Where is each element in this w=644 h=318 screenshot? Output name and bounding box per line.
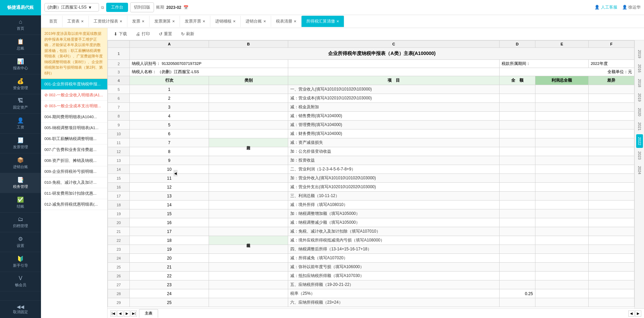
- cell-xiangmu[interactable]: 减：营业成本(填写A102010\102020\103000): [288, 94, 499, 103]
- company-selector[interactable]: (勿删）江西服宝-LSS ▼: [44, 3, 99, 12]
- cell-quane[interactable]: [499, 103, 535, 112]
- panel-item-005[interactable]: 005-纳税调整项目明细表(A1...: [41, 123, 107, 134]
- cell-lirun[interactable]: [535, 218, 588, 227]
- cell-lirun[interactable]: [535, 129, 588, 138]
- cell-xingci[interactable]: 5: [130, 121, 209, 129]
- tab-invoice[interactable]: 发票✕: [127, 16, 150, 27]
- cell-xingci[interactable]: 2: [130, 94, 209, 103]
- cell-chay[interactable]: [588, 85, 634, 94]
- cell-quane[interactable]: [499, 192, 535, 201]
- tab-payroll[interactable]: 工资表✕: [62, 16, 89, 27]
- cell-xingci[interactable]: 17: [130, 227, 209, 236]
- panel-item-007[interactable]: 007-广告费和业务宣传费超...: [41, 144, 107, 155]
- cell-xingci[interactable]: 16: [130, 218, 209, 227]
- cell-quane[interactable]: [499, 245, 535, 254]
- panel-collapse-button[interactable]: ◀: [173, 170, 178, 176]
- download-button[interactable]: ⬇ 下载: [112, 30, 129, 38]
- year-nav-2019[interactable]: 2019: [636, 91, 643, 104]
- cell-quane[interactable]: [499, 227, 535, 236]
- cell-quane[interactable]: 0.25: [499, 289, 535, 298]
- cell-chay[interactable]: [588, 298, 634, 307]
- cell-chay[interactable]: [588, 263, 634, 272]
- cell-xiangmu[interactable]: 加：公允价值变动收益: [288, 147, 499, 156]
- cell-chay[interactable]: [588, 289, 634, 298]
- tab-close-payroll[interactable]: ✕: [81, 19, 84, 23]
- cell-quane[interactable]: [499, 218, 535, 227]
- cell-xingci[interactable]: 21: [130, 263, 209, 272]
- copy-icon[interactable]: ⧉: [101, 5, 104, 10]
- user-profile[interactable]: 👤 徐运华: [622, 4, 641, 10]
- cell-chay[interactable]: [588, 245, 634, 254]
- cell-xingci[interactable]: 15: [130, 209, 209, 218]
- cell-quane[interactable]: [499, 165, 535, 174]
- tab-close-payroll-stat[interactable]: ✕: [120, 19, 122, 23]
- cell-lirun[interactable]: [535, 121, 588, 129]
- calendar-icon[interactable]: 📅: [183, 5, 188, 10]
- panel-item-010[interactable]: 010-免税、减计收入及加计...: [41, 177, 107, 188]
- year-nav-2019[interactable]: 2019: [636, 47, 643, 61]
- panel-item-008[interactable]: 008-资产折旧、摊销及纳税...: [41, 155, 107, 166]
- cell-chay[interactable]: [588, 254, 634, 263]
- cell-xingci[interactable]: 19: [130, 245, 209, 254]
- tab-invoice-calc[interactable]: 发票测算✕: [150, 16, 180, 27]
- tab-invoice-open[interactable]: 发票开票✕: [180, 16, 210, 27]
- cell-xingci[interactable]: 25: [130, 298, 209, 307]
- cell-quane[interactable]: [499, 147, 535, 156]
- sidebar-item-settings[interactable]: ⚙设置: [0, 232, 41, 252]
- cell-quane[interactable]: [499, 112, 535, 121]
- year-nav-2020[interactable]: 2020: [636, 105, 643, 119]
- cell-xingci[interactable]: 3: [130, 103, 209, 112]
- year-nav-2024[interactable]: 2024: [636, 163, 643, 177]
- cell-lirun[interactable]: [535, 183, 588, 192]
- sidebar-item-purchase-sales[interactable]: 📦进销台账: [0, 153, 41, 173]
- tab-home[interactable]: 首页: [44, 16, 62, 27]
- tab-close-invoice-calc[interactable]: ✕: [172, 19, 175, 23]
- cell-chay[interactable]: [588, 236, 634, 245]
- cell-xingci[interactable]: 22: [130, 272, 209, 280]
- cell-lirun[interactable]: [535, 85, 588, 94]
- panel-item-006[interactable]: 006-职工薪酬纳税调整明细...: [41, 134, 107, 144]
- cell-quane[interactable]: [499, 209, 535, 218]
- cell-xiangmu[interactable]: 减：抵扣应纳税所得额（填写A107030）: [288, 272, 499, 280]
- cell-lirun[interactable]: [535, 201, 588, 209]
- sheet-prev-arrow[interactable]: ◀: [117, 310, 123, 317]
- sheet-first-arrow[interactable]: |◀: [110, 310, 116, 317]
- year-nav-2021[interactable]: 2021: [636, 120, 643, 133]
- cell-chay[interactable]: [588, 209, 634, 218]
- cell-quane[interactable]: [499, 138, 535, 147]
- sidebar-item-member[interactable]: V畅会员: [0, 272, 41, 291]
- cell-chay[interactable]: [588, 94, 634, 103]
- cell-quane[interactable]: [499, 156, 535, 165]
- cell-quane[interactable]: [499, 94, 535, 103]
- cell-lirun[interactable]: [535, 165, 588, 174]
- scroll-right-arrow[interactable]: ▶: [635, 310, 641, 317]
- tab-income-tax-calc[interactable]: 所得税汇算清缴✕: [302, 16, 344, 27]
- panel-item-002[interactable]: ⊘ 002-一般企业收入明细表(A1...: [41, 90, 107, 101]
- cell-xingci[interactable]: 10: [130, 165, 209, 174]
- cell-quane[interactable]: [499, 174, 535, 183]
- cell-quane[interactable]: [499, 129, 535, 138]
- cell-chay[interactable]: [588, 165, 634, 174]
- cell-xingci[interactable]: 18: [130, 236, 209, 245]
- sidebar-item-checkout[interactable]: ✅结账: [0, 193, 41, 213]
- cell-lirun[interactable]: [535, 254, 588, 263]
- sidebar-item-fund-mgmt[interactable]: 💰资金管理: [0, 74, 41, 94]
- year-nav-2022[interactable]: 2022: [636, 134, 643, 148]
- refresh-button[interactable]: ↻ 刷新: [179, 30, 196, 38]
- cell-xingci[interactable]: 4: [130, 112, 209, 121]
- cell-chay[interactable]: [588, 174, 634, 183]
- cell-xingci[interactable]: 24: [130, 289, 209, 298]
- cell-xingci[interactable]: 6: [130, 129, 209, 138]
- panel-item-012[interactable]: 012-减免所得税优惠明细表(...: [41, 199, 107, 210]
- cell-lirun[interactable]: [535, 174, 588, 183]
- cell-xiangmu[interactable]: 加：纳税调整增加额（填写A105000）: [288, 209, 499, 218]
- year-nav-2016[interactable]: 2016: [636, 61, 643, 75]
- cell-xiangmu[interactable]: 二、营业利润（1-2-3-4-5-6-7-8+9）: [288, 165, 499, 174]
- cell-quane[interactable]: [499, 121, 535, 129]
- sidebar-item-general-ledger[interactable]: 📋总账: [0, 35, 41, 55]
- cell-chay[interactable]: [588, 192, 634, 201]
- scroll-left-arrow[interactable]: ◀: [628, 310, 634, 317]
- cell-xiangmu[interactable]: 加：营业外收入(填写A101010\101020\103000): [288, 174, 499, 183]
- tab-close-income-tax-calc[interactable]: ✕: [336, 19, 339, 23]
- cell-chay[interactable]: [588, 156, 634, 165]
